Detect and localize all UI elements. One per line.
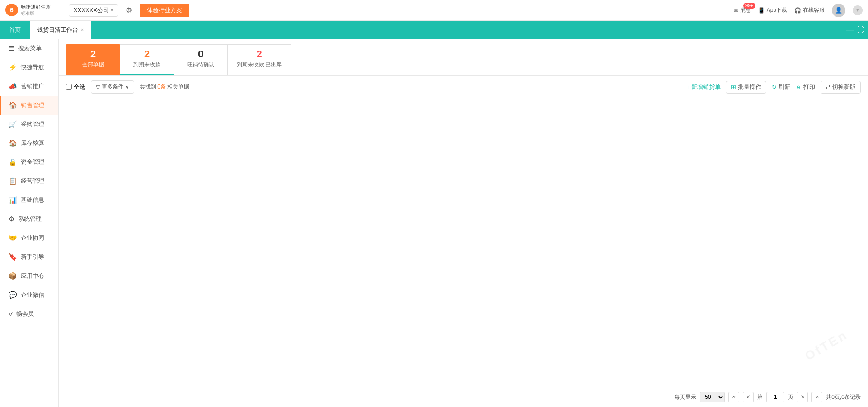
message-button[interactable]: ✉ 消息 99+	[734, 6, 751, 14]
batch-icon: ⊞	[731, 84, 736, 90]
toolbar: 全选 ▽ 更多条件 ∨ 共找到 0条 相关单据 + 新增销货单 ⊞ 批量操作 ↻	[59, 76, 868, 98]
print-button[interactable]: 🖨 打印	[796, 83, 815, 91]
quick-nav-icon: ⚡	[9, 63, 17, 71]
stat-number-unshipped: 2	[257, 48, 262, 60]
add-sales-order-button[interactable]: + 新增销货单	[686, 83, 721, 91]
tab-nav-actions: — ⛶	[846, 26, 868, 34]
sidebar-item-sales[interactable]: 🏠 销售管理	[0, 96, 58, 115]
stat-number-overdue: 2	[144, 48, 150, 60]
enterprise-icon: 🤝	[9, 234, 17, 242]
batch-operation-button[interactable]: ⊞ 批量操作	[726, 81, 766, 94]
chevron-down-icon: ▾	[111, 8, 113, 13]
print-icon: 🖨	[796, 84, 802, 90]
trial-button[interactable]: 体验行业方案	[140, 4, 189, 17]
refresh-icon: ↻	[772, 84, 777, 90]
sidebar-item-enterprise[interactable]: 🤝 企业协同	[0, 229, 58, 248]
inventory-icon: 🏠	[9, 139, 17, 147]
user-icon: 👤	[835, 7, 842, 14]
filter-icon: ▽	[96, 84, 100, 90]
logo-icon: 6	[5, 4, 18, 16]
pagination-bar: 每页显示 50 10 20 100 « < 第 页 > » 共0页,0条记录	[59, 387, 868, 407]
table-area	[59, 98, 868, 387]
found-count: 0条	[157, 84, 166, 90]
chevron-right-icon: ▾	[856, 7, 859, 13]
refresh-button[interactable]: ↻ 刷新	[772, 83, 790, 91]
page-suffix: 页	[788, 393, 793, 401]
sidebar-item-wechat[interactable]: 💬 企业微信	[0, 285, 58, 304]
logo-area: 6 畅捷通好生意 标准版	[5, 4, 64, 16]
company-name: XXXXXX公司	[74, 6, 109, 14]
stat-tab-pending[interactable]: 0 旺辅待确认	[174, 44, 228, 75]
sidebar-item-purchase[interactable]: 🛒 采购管理	[0, 115, 58, 134]
operations-icon: 📋	[9, 177, 17, 185]
tab-home[interactable]: 首页	[0, 21, 30, 39]
last-page-icon: »	[816, 394, 819, 400]
user-extra-button[interactable]: ▾	[853, 5, 863, 15]
sidebar-item-quick-nav[interactable]: ⚡ 快捷导航	[0, 58, 58, 77]
gear-icon: ⚙	[126, 6, 132, 14]
sidebar-item-base-info[interactable]: 📊 基础信息	[0, 191, 58, 210]
tab-maximize-icon[interactable]: ⛶	[857, 26, 864, 34]
stat-label-overdue: 到期未收款	[133, 61, 160, 69]
toolbar-right: + 新增销货单 ⊞ 批量操作 ↻ 刷新 🖨 打印 ⇄ 切换新版	[686, 81, 861, 94]
sidebar-item-app-center[interactable]: 📦 应用中心	[0, 267, 58, 285]
sales-icon: 🏠	[9, 101, 17, 109]
stat-label-unshipped: 到期未收款 已出库	[237, 61, 282, 69]
logo-text: 畅捷通好生意	[21, 4, 51, 10]
stat-number-all: 2	[90, 48, 96, 60]
app-center-icon: 📦	[9, 272, 17, 280]
message-icon: ✉	[734, 7, 738, 14]
prev-page-button[interactable]: <	[743, 392, 754, 402]
sidebar-item-search-menu[interactable]: ☰ 搜索菜单	[0, 39, 58, 58]
stat-tab-unshipped[interactable]: 2 到期未收款 已出库	[227, 44, 291, 75]
logo-sub: 标准版	[21, 10, 51, 17]
search-menu-icon: ☰	[9, 44, 14, 52]
page-number-input[interactable]	[766, 392, 784, 402]
prev-icon: <	[747, 394, 750, 400]
page-size-select[interactable]: 50 10 20 100	[700, 392, 725, 402]
tab-minimize-icon[interactable]: —	[846, 26, 854, 34]
tab-close-icon[interactable]: ×	[81, 27, 84, 33]
total-records: 共0页,0条记录	[826, 393, 861, 401]
last-page-button[interactable]: »	[811, 392, 822, 402]
settings-button[interactable]: ⚙	[122, 3, 136, 18]
sidebar-item-operations[interactable]: 📋 经营管理	[0, 172, 58, 191]
tab-qianghuo[interactable]: 钱货日清工作台 ×	[30, 21, 91, 39]
stat-tab-all[interactable]: 2 全部单据	[66, 44, 120, 75]
online-service-button[interactable]: 🎧 在线客服	[794, 6, 825, 14]
main-layout: ☰ 搜索菜单 ⚡ 快捷导航 📣 营销推广 🏠 销售管理 🛒 采购管理 🏠 库存核…	[0, 39, 868, 407]
top-bar: 6 畅捷通好生意 标准版 XXXXXX公司 ▾ ⚙ 体验行业方案 ✉ 消息 99…	[0, 0, 868, 21]
select-all-input[interactable]	[66, 84, 72, 90]
page-label: 第	[757, 393, 763, 401]
message-badge: 99+	[743, 3, 755, 9]
select-all-checkbox[interactable]: 全选	[66, 83, 85, 91]
sidebar-item-marketing[interactable]: 📣 营销推广	[0, 77, 58, 96]
sidebar-item-inventory[interactable]: 🏠 库存核算	[0, 134, 58, 153]
app-download-button[interactable]: 📱 App下载	[758, 6, 787, 14]
switch-version-button[interactable]: ⇄ 切换新版	[821, 81, 861, 94]
wechat-icon: 💬	[9, 291, 17, 299]
sidebar-item-system[interactable]: ⚙ 系统管理	[0, 210, 58, 229]
stat-label-all: 全部单据	[82, 61, 104, 69]
avatar[interactable]: 👤	[832, 4, 845, 17]
found-text: 共找到 0条 相关单据	[140, 83, 189, 91]
stat-tab-overdue[interactable]: 2 到期未收款	[120, 44, 174, 75]
filter-button[interactable]: ▽ 更多条件 ∨	[91, 80, 134, 94]
switch-icon: ⇄	[826, 84, 830, 90]
first-page-icon: «	[732, 394, 736, 400]
sidebar-item-finance[interactable]: 🔒 资金管理	[0, 153, 58, 172]
download-icon: 📱	[758, 7, 765, 14]
first-page-button[interactable]: «	[728, 392, 739, 402]
chevron-down-icon: ∨	[125, 84, 129, 90]
next-icon: >	[801, 394, 804, 400]
system-icon: ⚙	[9, 215, 14, 223]
stat-label-pending: 旺辅待确认	[187, 61, 214, 69]
company-selector[interactable]: XXXXXX公司 ▾	[69, 4, 118, 17]
sidebar-item-guide[interactable]: 🔖 新手引导	[0, 248, 58, 267]
base-info-icon: 📊	[9, 196, 17, 204]
guide-icon: 🔖	[9, 253, 17, 261]
next-page-button[interactable]: >	[797, 392, 808, 402]
stat-number-pending: 0	[198, 48, 203, 60]
finance-icon: 🔒	[9, 158, 17, 166]
sidebar-item-member[interactable]: V 畅会员	[0, 304, 58, 323]
